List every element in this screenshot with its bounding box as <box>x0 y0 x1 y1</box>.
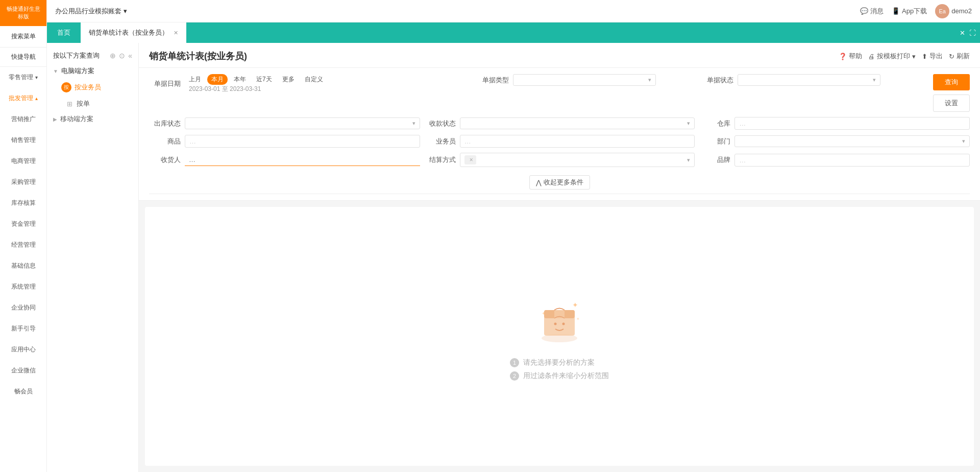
refresh-label: 刷新 <box>957 52 970 61</box>
username-label: demo2 <box>951 7 972 15</box>
sidebar-item-enterprise[interactable]: 企业协同 <box>0 297 46 318</box>
salesperson-icon: 按 <box>61 82 71 92</box>
tree-mobile-group[interactable]: ▶ 移动端方案 <box>47 111 138 127</box>
doc-type-label: 单据类型 <box>477 76 513 85</box>
date-tab-this-year[interactable]: 本年 <box>230 74 250 85</box>
tree-item-salesperson-label: 按业务员 <box>75 83 101 92</box>
template-print-label: 按模板打印 <box>877 52 910 61</box>
tree-group: ▼ 电脑端方案 按 按业务员 ⊞ 按单 ▶ 移动端方案 <box>47 63 138 127</box>
app-download-button[interactable]: 📱 App下载 <box>892 7 927 16</box>
page-header: 销货单统计表(按业务员) ❓ 帮助 🖨 按模板打印 ▾ ⬆ 导出 <box>139 43 980 68</box>
tab-sales-stat-label: 销货单统计表（按业务员） <box>89 28 168 37</box>
sidebar-item-retail[interactable]: 零售管理 ▾ <box>0 67 46 88</box>
download-icon: 📱 <box>892 7 900 15</box>
sidebar-item-purchase[interactable]: 采购管理 <box>0 172 46 193</box>
sidebar-item-member[interactable]: 畅会员 <box>0 381 46 402</box>
collapse-button[interactable]: ⋀ 收起更多条件 <box>529 175 590 190</box>
receipt-status-select[interactable]: ▾ <box>460 117 695 129</box>
tree-desktop-group[interactable]: ▼ 电脑端方案 <box>47 63 138 79</box>
date-tab-this-month[interactable]: 本月 <box>207 74 228 85</box>
department-select[interactable]: ▾ <box>734 135 970 147</box>
template-print-button[interactable]: 🖨 按模板打印 ▾ <box>868 52 916 61</box>
tab-controls: ✕ ⛶ <box>960 29 976 37</box>
tree-mobile-label: 移动端方案 <box>60 114 93 124</box>
tab-sales-stat[interactable]: 销货单统计表（按业务员） ✕ <box>81 22 186 43</box>
tree-item-salesperson[interactable]: 按 按业务员 <box>47 79 138 96</box>
tip1-num: 1 <box>510 358 519 367</box>
date-tabs: 上月 本月 本年 近7天 更多 自定义 <box>185 74 327 85</box>
salesperson-value: … <box>464 137 471 145</box>
tab-minimize-icon[interactable]: ✕ <box>960 29 965 37</box>
out-status-select[interactable]: ▾ <box>185 117 420 129</box>
sidebar-item-basic[interactable]: 基础信息 <box>0 255 46 276</box>
help-button[interactable]: ❓ 帮助 <box>839 52 862 61</box>
export-button[interactable]: ⬆ 导出 <box>922 52 943 61</box>
tab-home[interactable]: 首页 <box>47 22 81 43</box>
query-button[interactable]: 查询 <box>933 74 970 90</box>
sidebar-item-inventory[interactable]: 库存核算 <box>0 193 46 214</box>
logo[interactable]: 畅捷通好生意 标版 <box>0 0 46 26</box>
svg-text:✦: ✦ <box>576 317 580 321</box>
sidebar-item-ecommerce[interactable]: 电商管理 <box>0 151 46 172</box>
action-buttons: 查询 设置 <box>927 74 970 112</box>
settings-icon[interactable]: ⊙ <box>119 52 125 60</box>
tree-desktop-label: 电脑端方案 <box>61 66 94 76</box>
brand-select[interactable]: … <box>734 154 970 167</box>
sidebar-item-quick-nav[interactable]: 快捷导航 <box>0 48 46 67</box>
date-tab-custom[interactable]: 自定义 <box>301 74 327 85</box>
help-icon: ❓ <box>839 53 847 60</box>
payment-tag-close[interactable]: × <box>470 156 473 163</box>
refresh-button[interactable]: ↻ 刷新 <box>949 52 970 61</box>
sidebar-item-app-center[interactable]: 应用中心 <box>0 339 46 360</box>
salesperson-select[interactable]: … <box>460 135 695 148</box>
sidebar-item-operations[interactable]: 经营管理 <box>0 234 46 255</box>
out-status-label: 出库状态 <box>149 119 185 128</box>
date-range-display: 2023-03-01 至 2023-03-31 <box>189 85 327 93</box>
collapse-label: 收起更多条件 <box>544 178 583 187</box>
sidebar-item-finance[interactable]: 资金管理 <box>0 214 46 234</box>
setting-button[interactable]: 设置 <box>933 95 970 112</box>
goods-select[interactable]: … <box>185 135 420 148</box>
svg-point-5 <box>562 323 565 325</box>
message-label: 消息 <box>870 7 884 16</box>
sidebar-item-corp-wechat[interactable]: 企业微信 <box>0 360 46 381</box>
panel-icons: ⊕ ⊙ « <box>110 52 132 60</box>
receipt-status-label: 收款状态 <box>424 119 460 128</box>
date-tab-last-month[interactable]: 上月 <box>185 74 205 85</box>
workspace-chevron-icon: ▾ <box>124 7 127 15</box>
add-plan-icon[interactable]: ⊕ <box>110 52 116 60</box>
tab-close-icon[interactable]: ✕ <box>174 30 178 36</box>
sidebar-item-newbie[interactable]: 新手引导 <box>0 318 46 339</box>
collapse-panel-icon[interactable]: « <box>128 52 132 60</box>
consignee-input[interactable] <box>185 154 420 166</box>
sidebar-item-system[interactable]: 系统管理 <box>0 276 46 297</box>
tabbar: 首页 销货单统计表（按业务员） ✕ ✕ ⛶ <box>47 22 980 43</box>
sidebar-item-wholesale[interactable]: 批发管理 ▴ <box>0 88 46 109</box>
date-tab-7days[interactable]: 近7天 <box>252 74 276 85</box>
sidebar-item-marketing[interactable]: 营销推广 <box>0 109 46 130</box>
doc-type-select[interactable]: ▾ <box>513 74 656 86</box>
payment-method-label: 结算方式 <box>424 155 460 164</box>
doc-type-chevron: ▾ <box>648 77 651 83</box>
warehouse-select[interactable]: … <box>734 117 970 130</box>
topbar: 办公用品行业模拟账套 ▾ 💬 消息 📱 App下载 Ea demo2 <box>47 0 980 22</box>
empty-state: ✦ ✦ ✦ 1 请先选择要分析的方案 2 用过滤条件来缩小分析范围 <box>145 207 974 466</box>
export-label: 导出 <box>929 52 943 61</box>
payment-method-select[interactable]: × ▾ <box>460 153 695 167</box>
user-avatar[interactable]: Ea demo2 <box>935 4 972 18</box>
tree-item-by-order[interactable]: ⊞ 按单 <box>47 96 138 111</box>
tab-maximize-icon[interactable]: ⛶ <box>969 29 976 37</box>
workspace-selector[interactable]: 办公用品行业模拟账套 ▾ <box>55 7 127 16</box>
topbar-right: 💬 消息 📱 App下载 Ea demo2 <box>860 4 972 18</box>
header-actions: ❓ 帮助 🖨 按模板打印 ▾ ⬆ 导出 ↻ 刷新 <box>839 52 970 61</box>
tip2-num: 2 <box>510 371 519 381</box>
main-area: 办公用品行业模拟账套 ▾ 💬 消息 📱 App下载 Ea demo2 首页 销货… <box>47 0 980 472</box>
right-content: 销货单统计表(按业务员) ❓ 帮助 🖨 按模板打印 ▾ ⬆ 导出 <box>139 43 980 472</box>
department-label: 部门 <box>699 137 734 146</box>
date-tab-more[interactable]: 更多 <box>278 74 299 85</box>
sidebar-item-sales[interactable]: 销售管理 <box>0 130 46 151</box>
sidebar-item-search-menu[interactable]: 搜索菜单 <box>0 26 46 48</box>
doc-status-select[interactable]: ▾ <box>738 74 880 86</box>
svg-point-4 <box>554 323 557 325</box>
message-button[interactable]: 💬 消息 <box>860 7 884 16</box>
